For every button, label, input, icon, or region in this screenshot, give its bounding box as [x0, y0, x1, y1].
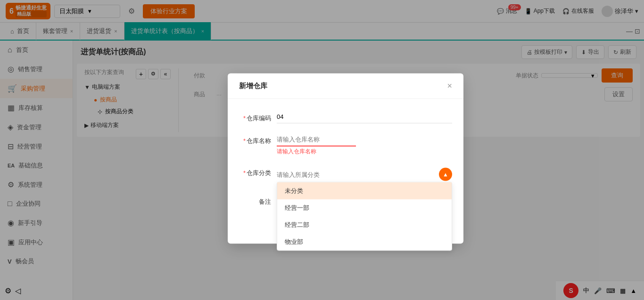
category-dropdown: 未分类 经营一部 经营二部 物业部	[277, 182, 452, 251]
item-property-label: 物业部	[285, 238, 303, 245]
modal-close-button[interactable]: ×	[447, 81, 452, 91]
name-error-tip: 请输入仓库名称	[277, 148, 356, 156]
name-field-row: 仓库名称 请输入仓库名称	[239, 133, 452, 156]
note-label: 备注	[239, 194, 277, 206]
category-input[interactable]	[277, 171, 439, 178]
item-uncategorized-label: 未分类	[285, 187, 303, 194]
modal-header: 新增仓库 ×	[228, 74, 463, 99]
dropdown-item-uncategorized[interactable]: 未分类	[277, 183, 452, 200]
category-field-row: 仓库分类 ▲ 未分类 经营一部 经营二部	[239, 165, 452, 184]
item-dept2-label: 经营二部	[285, 221, 309, 228]
category-input-row: ▲	[277, 165, 452, 184]
code-input[interactable]	[277, 110, 452, 124]
modal-title: 新增仓库	[239, 82, 267, 91]
category-label: 仓库分类	[239, 165, 277, 177]
dropdown-item-property[interactable]: 物业部	[277, 233, 452, 250]
new-warehouse-modal: 新增仓库 × 仓库编码 仓库名称 请输入仓库名称 仓库分类	[228, 74, 463, 244]
code-label: 仓库编码	[239, 110, 277, 123]
category-toggle-button[interactable]: ▲	[439, 168, 452, 181]
category-wrapper: ▲ 未分类 经营一部 经营二部 物业部	[277, 165, 452, 184]
modal-body: 仓库编码 仓库名称 请输入仓库名称 仓库分类 ▲	[228, 99, 463, 218]
name-input[interactable]	[277, 133, 356, 147]
category-chevron-up-icon: ▲	[443, 171, 448, 178]
code-field-row: 仓库编码	[239, 110, 452, 124]
dropdown-item-dept2[interactable]: 经营二部	[277, 217, 452, 233]
name-label: 仓库名称	[239, 133, 277, 145]
item-dept1-label: 经营一部	[285, 204, 309, 211]
dropdown-item-dept1[interactable]: 经营一部	[277, 200, 452, 217]
